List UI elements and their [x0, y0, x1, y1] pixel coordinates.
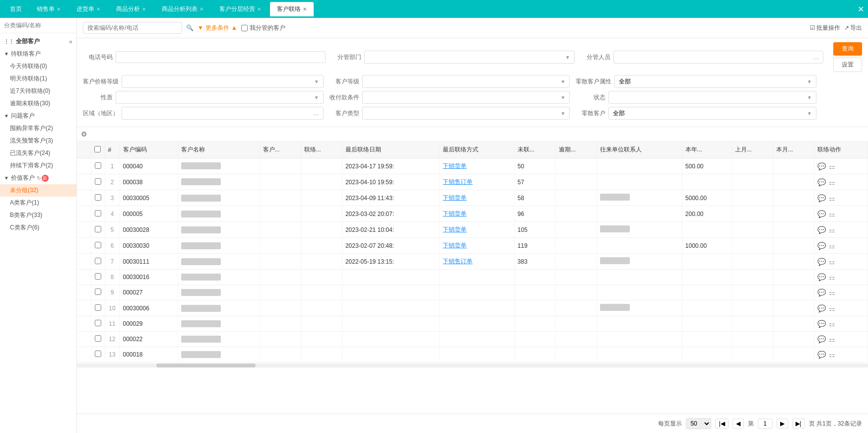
sidebar-item-loss-warning[interactable]: 流失预警客户(3)	[0, 135, 76, 147]
customer-tier-tab[interactable]: 客户分层经营 ✕	[212, 2, 268, 16]
row-checkbox[interactable]	[95, 351, 101, 357]
row-checkbox-cell[interactable]	[91, 285, 105, 300]
row-checkbox-cell[interactable]	[91, 206, 105, 222]
last-page-btn[interactable]: ▶|	[792, 419, 805, 429]
retail-attr-select[interactable]: 全部 ▼	[614, 75, 816, 88]
last-method-link[interactable]: 下销货单	[443, 242, 467, 249]
dots-icon[interactable]: …	[313, 110, 319, 117]
more-action-icon[interactable]: ⚏	[829, 273, 835, 281]
sales-tab[interactable]: 销售单 ✕	[30, 2, 67, 16]
next-page-btn[interactable]: ▶	[777, 419, 788, 429]
sidebar-item-ungroup[interactable]: 未分组(32)	[0, 184, 76, 197]
sidebar-item-overdue[interactable]: 逾期未联络(30)	[0, 97, 76, 110]
query-button[interactable]: 查询	[833, 42, 862, 56]
col-name[interactable]: 客户名称	[178, 142, 260, 158]
batch-operation-btn[interactable]: ☑ 批量操作	[810, 24, 840, 32]
sidebar-item-b-class[interactable]: B类客户(33)	[0, 209, 76, 221]
more-action-icon[interactable]: ⚏	[829, 289, 835, 296]
customer-type-select[interactable]: ▼	[362, 107, 570, 120]
contact-icon[interactable]: 💬	[817, 320, 826, 328]
close-icon[interactable]: ✕	[257, 6, 261, 12]
my-customers-check[interactable]	[241, 25, 248, 31]
last-method-link[interactable]: 下销售订单	[443, 258, 472, 265]
row-checkbox-cell[interactable]	[91, 190, 105, 206]
col-person[interactable]: 往来单位联系人	[597, 142, 682, 158]
row-checkbox-cell[interactable]	[91, 254, 105, 270]
more-action-icon[interactable]: ⚏	[829, 335, 835, 343]
row-checkbox[interactable]	[95, 320, 101, 326]
phone-input[interactable]	[116, 51, 326, 63]
col-contact[interactable]: 联络...	[301, 142, 342, 158]
close-icon[interactable]: ✕	[303, 6, 307, 12]
search-button[interactable]: 🔍	[186, 24, 194, 31]
sidebar-item-today[interactable]: 今天待联络(0)	[0, 60, 76, 72]
dots-icon[interactable]: …	[813, 54, 819, 61]
more-action-icon[interactable]: ⚏	[829, 210, 835, 218]
my-customers-checkbox[interactable]: 我分管的客户	[241, 24, 285, 32]
col-last-date[interactable]: 最后联络日期	[342, 142, 440, 158]
row-checkbox[interactable]	[95, 162, 101, 169]
retail-customer-select[interactable]: 全部 ▼	[608, 107, 816, 120]
row-checkbox[interactable]	[95, 304, 101, 311]
customer-contact-tab[interactable]: 客户联络 ✕	[270, 2, 314, 16]
more-action-icon[interactable]: ⚏	[829, 162, 835, 170]
more-action-icon[interactable]: ⚏	[829, 242, 835, 250]
settings-icon[interactable]: ⚙	[81, 130, 87, 138]
row-checkbox-cell[interactable]	[91, 332, 105, 347]
close-icon[interactable]: ✕	[200, 6, 203, 12]
close-icon[interactable]: ✕	[96, 6, 100, 12]
more-action-icon[interactable]: ⚏	[829, 194, 835, 202]
row-checkbox[interactable]	[95, 194, 101, 201]
payment-select[interactable]: ▼	[362, 91, 570, 104]
sidebar-group-value[interactable]: ▼ 价值客户 ↻ 新	[0, 172, 76, 184]
contact-icon[interactable]: 💬	[817, 178, 826, 186]
more-action-icon[interactable]: ⚏	[829, 351, 835, 359]
prev-page-btn[interactable]: ◀	[733, 419, 744, 429]
row-checkbox[interactable]	[95, 226, 101, 232]
contact-icon[interactable]: 💬	[817, 258, 826, 266]
row-checkbox[interactable]	[95, 335, 101, 342]
sidebar-search-input[interactable]	[4, 22, 77, 29]
col-last-method[interactable]: 最后联络方式	[440, 142, 514, 158]
row-checkbox[interactable]	[95, 242, 101, 248]
sidebar-item-declining[interactable]: 持续下滑客户(2)	[0, 159, 76, 172]
row-checkbox-cell[interactable]	[91, 270, 105, 285]
row-checkbox-cell[interactable]	[91, 174, 105, 190]
more-action-icon[interactable]: ⚏	[829, 226, 835, 234]
page-size-select[interactable]: 50 100	[686, 418, 711, 429]
contact-icon[interactable]: 💬	[817, 335, 826, 343]
contact-icon[interactable]: 💬	[817, 351, 826, 359]
row-checkbox-cell[interactable]	[91, 222, 105, 238]
row-checkbox-cell[interactable]	[91, 316, 105, 332]
contact-icon[interactable]: 💬	[817, 304, 826, 312]
export-btn[interactable]: ↗ 导出	[844, 24, 862, 32]
sidebar-item-lost[interactable]: 已流失客户(24)	[0, 147, 76, 159]
product-analysis-list-tab[interactable]: 商品分析列表 ✕	[155, 2, 210, 16]
all-customers-section[interactable]: ⋮⋮ 全部客户 «	[0, 33, 76, 48]
contact-icon[interactable]: 💬	[817, 194, 826, 202]
row-checkbox-cell[interactable]	[91, 300, 105, 316]
horizontal-scrollbar[interactable]	[77, 363, 868, 367]
manager-select[interactable]: …	[613, 51, 823, 64]
more-action-icon[interactable]: ⚏	[829, 178, 835, 186]
status-select[interactable]: ▼	[608, 91, 816, 104]
last-method-link[interactable]: 下销货单	[443, 226, 467, 233]
row-checkbox[interactable]	[95, 273, 101, 280]
row-checkbox-cell[interactable]	[91, 347, 105, 362]
row-checkbox-cell[interactable]	[91, 238, 105, 254]
contact-icon[interactable]: 💬	[817, 289, 826, 296]
nature-select[interactable]: ▼	[116, 91, 324, 104]
sidebar-item-c-class[interactable]: C类客户(6)	[0, 221, 76, 234]
row-checkbox[interactable]	[95, 178, 101, 185]
close-icon[interactable]: ✕	[57, 6, 61, 12]
purchase-tab[interactable]: 进货单 ✕	[69, 2, 107, 16]
first-page-btn[interactable]: |◀	[715, 419, 728, 429]
more-action-icon[interactable]: ⚏	[829, 304, 835, 312]
row-checkbox[interactable]	[95, 210, 101, 216]
collapse-icon[interactable]: «	[69, 38, 72, 45]
close-icon[interactable]: ✕	[142, 6, 146, 12]
contact-icon[interactable]: 💬	[817, 273, 826, 281]
select-all-checkbox[interactable]	[94, 146, 101, 152]
col-settings[interactable]	[77, 142, 91, 158]
sidebar-group-pending[interactable]: ▼ 待联络客户	[0, 48, 76, 60]
